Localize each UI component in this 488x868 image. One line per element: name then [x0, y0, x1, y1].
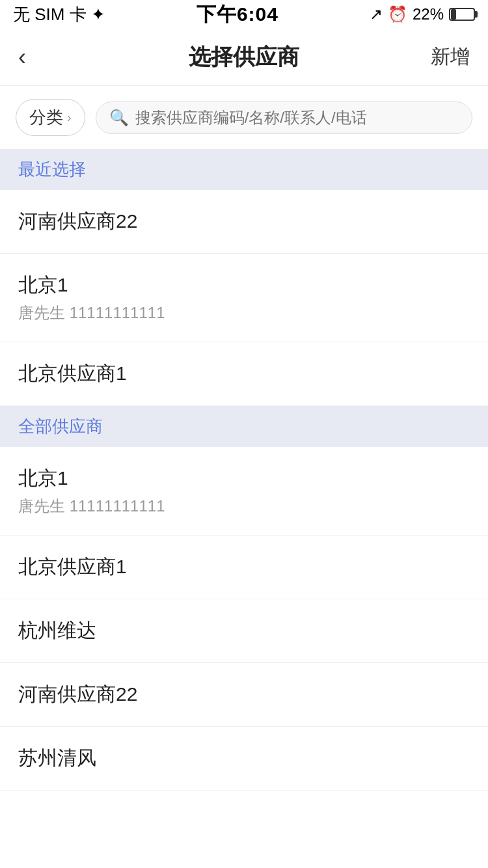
category-label: 分类	[29, 106, 63, 129]
status-left: 无 SIM 卡 ✦	[13, 3, 105, 26]
location-icon: ↗	[370, 5, 383, 23]
alarm-icon: ⏰	[388, 5, 407, 23]
item-name: 河南供应商22	[18, 208, 470, 235]
search-input[interactable]	[135, 109, 459, 127]
category-filter-button[interactable]: 分类 ›	[16, 99, 85, 136]
status-right: ↗ ⏰ 22%	[370, 5, 475, 23]
list-item[interactable]: 北京1唐先生 11111111111	[0, 447, 488, 536]
search-icon: 🔍	[109, 109, 129, 127]
recent-section-header: 最近选择	[0, 149, 488, 190]
list-item[interactable]: 北京1唐先生 11111111111	[0, 254, 488, 342]
search-box[interactable]: 🔍	[96, 102, 472, 134]
battery-icon	[449, 8, 475, 21]
item-name: 杭州维达	[18, 617, 470, 644]
item-sub: 唐先生 11111111111	[18, 496, 470, 517]
recent-section-label: 最近选择	[18, 159, 86, 179]
all-section-label: 全部供应商	[18, 416, 103, 436]
battery-percent: 22%	[413, 5, 444, 23]
list-item[interactable]: 河南供应商22	[0, 190, 488, 254]
list-item[interactable]: 北京供应商1	[0, 536, 488, 599]
all-list: 北京1唐先生 11111111111北京供应商1杭州维达河南供应商22苏州清风	[0, 447, 488, 791]
chevron-right-icon: ›	[67, 110, 72, 125]
item-name: 北京1	[18, 465, 470, 492]
all-section-header: 全部供应商	[0, 406, 488, 447]
item-name: 北京供应商1	[18, 360, 470, 387]
nav-bar: ‹ 选择供应商 新增	[0, 29, 488, 86]
item-name: 北京供应商1	[18, 554, 470, 580]
item-sub: 唐先生 11111111111	[18, 303, 470, 323]
list-item[interactable]: 北京供应商1	[0, 342, 488, 406]
add-button[interactable]: 新增	[431, 44, 470, 70]
list-item[interactable]: 苏州清风	[0, 727, 488, 791]
page-title: 选择供应商	[189, 42, 299, 72]
list-item[interactable]: 杭州维达	[0, 599, 488, 663]
item-name: 河南供应商22	[18, 681, 470, 708]
list-item[interactable]: 河南供应商22	[0, 663, 488, 727]
item-name: 北京1	[18, 272, 470, 299]
back-button[interactable]: ‹	[18, 44, 57, 71]
status-bar: 无 SIM 卡 ✦ 下午6:04 ↗ ⏰ 22%	[0, 0, 488, 29]
item-name: 苏州清风	[18, 745, 470, 772]
status-time: 下午6:04	[197, 1, 278, 28]
filter-row: 分类 › 🔍	[0, 86, 488, 149]
recent-list: 河南供应商22北京1唐先生 11111111111北京供应商1	[0, 190, 488, 406]
